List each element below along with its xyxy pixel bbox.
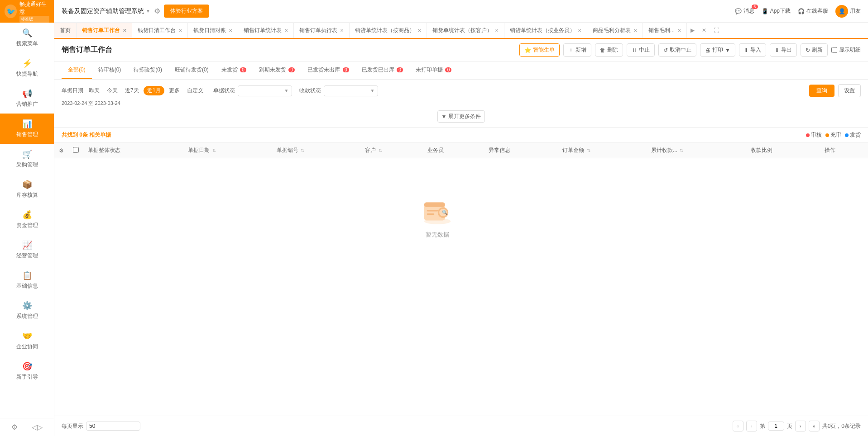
sidebar-item-marketing[interactable]: 📢 营销推广 bbox=[0, 83, 54, 114]
topbar-actions: 💬 消息 6 📱 App下载 🎧 在线客服 👤 用友 bbox=[735, 5, 861, 18]
tab-sales-workbench[interactable]: 销售订单工作台 ✕ bbox=[77, 23, 132, 38]
tab-sales-summary-product[interactable]: 销货单统计表（按商品） ✕ bbox=[350, 23, 427, 38]
per-page: 每页显示 50 10 20 100 bbox=[62, 422, 140, 431]
tab-cash-daily[interactable]: 钱货日清工作台 ✕ bbox=[132, 23, 188, 38]
tab-sales-stat[interactable]: 销售订单统计表 ✕ bbox=[238, 23, 294, 38]
add-button[interactable]: ＋ 新增 bbox=[563, 43, 591, 57]
date-opt-custom[interactable]: 自定义 bbox=[184, 86, 206, 95]
date-opt-more[interactable]: 更多 bbox=[166, 86, 182, 95]
cancel-stop-button[interactable]: ↺ 取消中止 bbox=[658, 43, 696, 57]
print-button[interactable]: 🖨 打印 ▼ bbox=[700, 43, 735, 57]
data-table: ⚙ 单据整体状态 单据日期 ⇅ bbox=[54, 143, 868, 266]
sidebar-item-guide[interactable]: 🎯 新手引导 bbox=[0, 356, 54, 386]
sidebar-item-finance[interactable]: 💰 资金管理 bbox=[0, 204, 54, 235]
tab-sales-summary-customer[interactable]: 销货单统计表（按客户） ✕ bbox=[427, 23, 504, 38]
sidebar-item-system[interactable]: ⚙️ 系统管理 bbox=[0, 295, 54, 326]
col-amount[interactable]: 订单金额 ⇅ bbox=[558, 143, 647, 158]
review-action-btn[interactable]: 审核 bbox=[806, 131, 822, 139]
date-opt-7days[interactable]: 近7天 bbox=[122, 86, 142, 95]
delete-button[interactable]: 🗑 删除 bbox=[595, 43, 623, 57]
date-opt-today[interactable]: 今天 bbox=[104, 86, 120, 95]
unreviewed-action-btn[interactable]: 充审 bbox=[825, 131, 841, 139]
first-page-button[interactable]: « bbox=[733, 421, 743, 431]
smart-create-button[interactable]: ⭐ 智能生单 bbox=[519, 43, 560, 57]
logo-icon: 🐦 bbox=[5, 5, 17, 18]
sub-tab-not-printed[interactable]: 未打印单据 0 bbox=[409, 62, 458, 79]
col-number[interactable]: 单据编号 ⇅ bbox=[272, 143, 361, 158]
col-ratio: 收款比例 bbox=[746, 143, 820, 158]
col-date[interactable]: 单据日期 ⇅ bbox=[183, 143, 272, 158]
close-tab-icon[interactable]: ✕ bbox=[633, 28, 637, 33]
col-received[interactable]: 累计收款... ⇅ bbox=[647, 143, 746, 158]
show-detail-input[interactable] bbox=[831, 47, 837, 53]
sub-tab-wangpu[interactable]: 旺铺待发货(0) bbox=[168, 62, 215, 79]
sub-tab-pending-inspect[interactable]: 待拣验货(0) bbox=[127, 62, 168, 79]
collapse-btn[interactable]: ◁▷ bbox=[32, 423, 43, 431]
stop-button[interactable]: ⏸ 中止 bbox=[627, 43, 655, 57]
import-button[interactable]: ⬆ 导入 bbox=[739, 43, 766, 57]
sidebar-item-search[interactable]: 🔍 搜索菜单 bbox=[0, 23, 54, 53]
topbar-gear-icon[interactable]: ⚙ bbox=[154, 7, 160, 15]
query-button[interactable]: 查询 bbox=[809, 85, 834, 97]
expand-btn-label: 展开更多条件 bbox=[448, 113, 481, 120]
sidebar-item-basic-info[interactable]: 📋 基础信息 bbox=[0, 265, 54, 295]
col-customer[interactable]: 客户 ⇅ bbox=[360, 143, 423, 158]
sidebar-item-enterprise[interactable]: 🤝 企业协同 bbox=[0, 326, 54, 356]
tab-more-button[interactable]: ▶ bbox=[687, 24, 698, 37]
sub-tab-shipped-not-out[interactable]: 已发货未出库 0 bbox=[301, 62, 355, 79]
close-tab-icon[interactable]: ✕ bbox=[578, 28, 581, 33]
sidebar-item-sales[interactable]: 📊 销售管理 bbox=[0, 114, 54, 144]
close-tab-icon[interactable]: ✕ bbox=[178, 28, 182, 33]
tab-home[interactable]: 首页 bbox=[54, 23, 77, 38]
refresh-button[interactable]: ↻ 刷新 bbox=[801, 43, 828, 57]
export-button[interactable]: ⬇ 导出 bbox=[770, 43, 797, 57]
close-tab-icon[interactable]: ✕ bbox=[677, 28, 681, 33]
tab-close-all-button[interactable]: ✕ bbox=[698, 24, 710, 37]
date-opt-1month[interactable]: 近1月 bbox=[144, 86, 165, 95]
page-number-input[interactable] bbox=[768, 422, 784, 431]
sidebar-item-operation[interactable]: 📈 经营管理 bbox=[0, 235, 54, 265]
sidebar-item-inventory[interactable]: 📦 库存核算 bbox=[0, 174, 54, 204]
per-page-select[interactable]: 50 10 20 100 bbox=[86, 422, 140, 431]
close-tab-icon[interactable]: ✕ bbox=[229, 28, 232, 33]
sidebar-item-purchase[interactable]: 🛒 采购管理 bbox=[0, 144, 54, 174]
tab-sales-summary-staff[interactable]: 销货单统计表（按业务员） ✕ bbox=[504, 23, 587, 38]
show-detail-checkbox[interactable]: 显示明细 bbox=[831, 46, 861, 54]
close-tab-icon[interactable]: ✕ bbox=[123, 28, 126, 33]
sub-tab-pending-review[interactable]: 待审核(0) bbox=[92, 62, 128, 79]
table-count: 共找到 0条 相关单据 bbox=[62, 131, 111, 139]
sub-tab-not-shipped[interactable]: 未发货 0 bbox=[215, 62, 253, 79]
tab-cash-reconcile[interactable]: 钱货日清对账 ✕ bbox=[188, 23, 238, 38]
payment-select[interactable] bbox=[324, 85, 378, 96]
last-page-button[interactable]: » bbox=[809, 421, 820, 431]
solution-button[interactable]: 体验行业方案 bbox=[164, 5, 209, 18]
sidebar-item-quick-nav[interactable]: ⚡ 快捷导航 bbox=[0, 53, 54, 83]
ship-action-btn[interactable]: 发货 bbox=[845, 131, 861, 139]
close-tab-icon[interactable]: ✕ bbox=[417, 28, 421, 33]
system-title-dropdown[interactable]: 装备及固定资产辅助管理系统 ▼ bbox=[62, 7, 150, 15]
tab-gross-profit[interactable]: 商品毛利分析表 ✕ bbox=[587, 23, 643, 38]
date-opt-yesterday[interactable]: 昨天 bbox=[86, 86, 102, 95]
filter-settings-button[interactable]: 设置 bbox=[838, 84, 861, 97]
user-btn[interactable]: 👤 用友 bbox=[835, 5, 861, 18]
sub-tab-shipped-out[interactable]: 已发货已出库 0 bbox=[355, 62, 409, 79]
close-tab-icon[interactable]: ✕ bbox=[495, 28, 499, 33]
online-service-btn[interactable]: 🎧 在线客服 bbox=[798, 7, 828, 15]
select-all-checkbox[interactable] bbox=[73, 147, 79, 153]
close-tab-icon[interactable]: ✕ bbox=[284, 28, 288, 33]
settings-footer-btn[interactable]: ⚙ bbox=[11, 423, 18, 431]
sub-tab-all[interactable]: 全部(0) bbox=[62, 62, 92, 79]
expand-filter-button[interactable]: ▼ 展开更多条件 bbox=[437, 110, 485, 123]
prev-page-button[interactable]: ‹ bbox=[746, 421, 757, 431]
next-page-button[interactable]: › bbox=[795, 421, 806, 431]
red-dot-icon bbox=[806, 133, 810, 137]
close-tab-icon[interactable]: ✕ bbox=[340, 28, 344, 33]
app-download-btn[interactable]: 📱 App下载 bbox=[762, 7, 791, 15]
tab-sales-exec[interactable]: 销售订单执行表 ✕ bbox=[294, 23, 350, 38]
tab-sales-more[interactable]: 销售毛利... ✕ bbox=[643, 23, 687, 38]
svg-rect-4 bbox=[427, 213, 434, 215]
tab-expand-button[interactable]: ⛶ bbox=[710, 24, 723, 37]
sub-tab-overdue[interactable]: 到期未发货 0 bbox=[253, 62, 301, 79]
message-btn[interactable]: 💬 消息 6 bbox=[735, 7, 754, 15]
status-select[interactable] bbox=[238, 85, 292, 96]
